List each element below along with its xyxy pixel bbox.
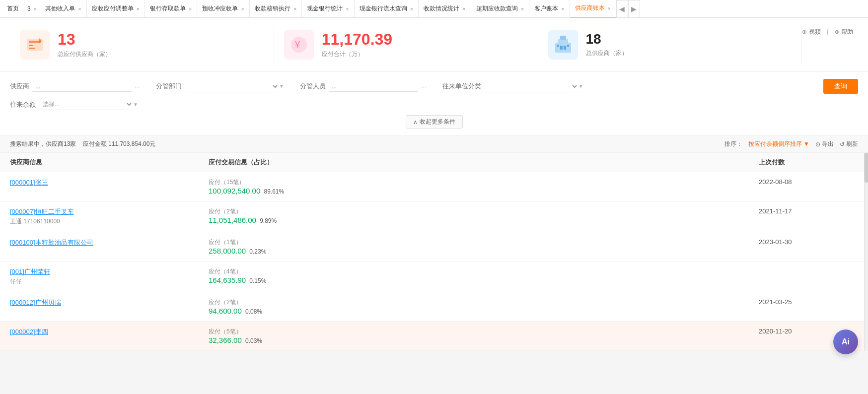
category-select[interactable]	[484, 81, 579, 92]
nav-tab-other-income[interactable]: 其他收入单 ×	[40, 0, 86, 18]
nav-tab-collect-exec[interactable]: 收款核销执行 ×	[250, 0, 302, 18]
close-icon[interactable]: ×	[346, 6, 349, 12]
refresh-button[interactable]: ↺ 刷新	[840, 140, 858, 148]
tx-amount-link-2[interactable]: 258,000.00	[209, 247, 246, 255]
nav-tab-home-label: 首页	[7, 4, 19, 13]
tx-label-4: 应付（2笔）	[209, 298, 759, 307]
close-icon[interactable]: ×	[462, 6, 465, 12]
summary-card-total-suppliers: 18 总供应商（家）	[538, 26, 802, 64]
export-button[interactable]: ⊙ 导出	[815, 140, 834, 148]
last-pay-date-1: 2021-11-17	[759, 207, 792, 215]
nav-tab-3[interactable]: 3 ×	[24, 0, 40, 18]
close-icon[interactable]: ×	[561, 6, 564, 12]
sort-label: 排序：	[724, 140, 742, 148]
nav-tab-collect-stat[interactable]: 收款情况统计 ×	[419, 0, 471, 18]
nav-tab-collect-stat-label: 收款情况统计	[424, 4, 459, 13]
data-table: 供应商信息 应付交易信息（占比） 上次付数 [000001]张三 应付（15笔）…	[0, 153, 868, 351]
collapse-icon: ∧	[413, 119, 418, 126]
nav-tab-cash-bank-stat[interactable]: 现金银行统计 ×	[302, 0, 354, 18]
category-chevron-icon: ▼	[579, 83, 583, 89]
nav-next-arrow[interactable]: ▶	[628, 0, 640, 18]
supplier-link-0[interactable]: [000001]张三	[10, 179, 48, 186]
supplier-sub-1: 王通 17106110000	[10, 217, 209, 226]
nav-tab-supplier-ledger[interactable]: 供应商账本 ×	[570, 0, 616, 18]
nav-tab-supplier-ledger-label: 供应商账本	[575, 4, 605, 12]
supplier-link-2[interactable]: [000100]本特勤油品有限公司	[10, 239, 93, 246]
tx-amount-link-1[interactable]: 11,051,486.00	[209, 216, 256, 224]
filter-category: 往来单位分类 ▼	[442, 81, 583, 92]
supplier-filter-label: 供应商	[10, 82, 29, 91]
close-icon[interactable]: ×	[521, 6, 524, 12]
scrollbar-thumb[interactable]	[865, 153, 868, 183]
supplier-link-3[interactable]: [001]广州荣轩	[10, 268, 50, 275]
header-supplier: 供应商信息	[10, 158, 209, 167]
nav-tab-adjust[interactable]: 应收应付调整单 ×	[87, 0, 145, 18]
collapse-button[interactable]: ∧ 收起更多条件	[406, 115, 463, 129]
row-lastpay-0: 2022-08-08	[759, 178, 858, 186]
nav-tab-cash-bank-flow-label: 现金银行流水查询	[360, 4, 407, 13]
nav-tab-overdue-query[interactable]: 超期应收款查询 ×	[471, 0, 529, 18]
table-header: 供应商信息 应付交易信息（占比） 上次付数	[0, 153, 868, 172]
person-filter-input[interactable]	[329, 81, 418, 92]
nav-tab-advance-collect-label: 预收冲应收单	[202, 4, 238, 13]
tx-amount-link-4[interactable]: 94,600.00	[209, 307, 242, 315]
sort-value[interactable]: 按应付余额倒序排序 ▼	[748, 140, 809, 148]
dept-select[interactable]	[185, 81, 279, 92]
ai-assistant-button[interactable]: Ai	[833, 329, 858, 351]
tx-amount-link-3[interactable]: 164,635.90	[209, 276, 246, 284]
payable-suppliers-count: 13	[58, 31, 111, 48]
close-icon[interactable]: ×	[34, 6, 37, 12]
nav-tab-advance-collect[interactable]: 预收冲应收单 ×	[197, 0, 249, 18]
query-button[interactable]: 查询	[823, 79, 858, 94]
video-link[interactable]: ⊙ 视频	[802, 28, 820, 36]
person-more-icon[interactable]: ···	[421, 83, 427, 90]
row-transaction-3: 应付（4笔） 164,635.90 0.15%	[209, 267, 759, 284]
close-icon[interactable]: ×	[241, 6, 244, 12]
supplier-link-5[interactable]: [000002]李四	[10, 328, 48, 335]
close-icon[interactable]: ×	[189, 6, 192, 12]
svg-rect-8	[560, 36, 566, 40]
balance-select[interactable]: 选择...	[39, 99, 133, 110]
svg-rect-11	[557, 45, 559, 47]
help-link[interactable]: ⊙ 帮助	[835, 28, 853, 36]
table-row: [000001]张三 应付（15笔） 100,092,540.00 89.61%…	[0, 172, 868, 201]
filter-area: 供应商 ··· 分管部门 ▼ 分管人员 ··· 往来单位分类	[0, 72, 868, 136]
close-icon[interactable]: ×	[410, 6, 413, 12]
supplier-link-1[interactable]: [000007]恒旺二手叉车	[10, 208, 74, 215]
close-icon[interactable]: ×	[78, 6, 81, 12]
nav-tab-overdue-query-label: 超期应收款查询	[476, 4, 518, 13]
nav-tab-bank-deposit[interactable]: 银行存取款单 ×	[145, 0, 197, 18]
filter-row-1: 供应商 ··· 分管部门 ▼ 分管人员 ··· 往来单位分类	[10, 79, 858, 94]
row-lastpay-1: 2021-11-17	[759, 207, 858, 215]
nav-tab-cash-bank-flow[interactable]: 现金银行流水查询 ×	[355, 0, 419, 18]
nav-prev-arrow[interactable]: ◀	[616, 0, 628, 18]
row-transaction-5: 应付（5笔） 32,366.00 0.03%	[209, 328, 759, 344]
nav-tab-customer-ledger[interactable]: 客户账本 ×	[529, 0, 570, 18]
refresh-icon: ↺	[840, 141, 845, 148]
supplier-link-4[interactable]: [000012]广州贝瑞	[10, 299, 61, 306]
result-bar: 搜索结果中，供应商13家 应付金额 111,703,854.00元 排序： 按应…	[0, 136, 868, 153]
result-amount-value: 111,703,854.00元	[108, 140, 155, 147]
nav-tab-customer-ledger-label: 客户账本	[534, 4, 558, 13]
result-summary-text: 搜索结果中，供应商13家 应付金额 111,703,854.00元	[10, 140, 155, 148]
balance-filter-label: 往来余额	[10, 100, 36, 109]
last-pay-date-5: 2020-11-20	[759, 328, 792, 335]
filter-balance: 往来余额 选择... ▼	[10, 99, 138, 110]
row-transaction-1: 应付（2笔） 11,051,486.00 9.89%	[209, 207, 759, 224]
tx-amount-link-5[interactable]: 32,366.00	[209, 336, 242, 344]
last-pay-date-0: 2022-08-08	[759, 178, 792, 186]
last-pay-date-2: 2023-01-30	[759, 238, 792, 246]
scrollbar-track[interactable]	[864, 153, 868, 351]
close-icon[interactable]: ×	[608, 5, 611, 11]
supplier-filter-input[interactable]	[32, 81, 132, 92]
payable-total-amount: 11,170.39	[322, 31, 392, 48]
close-icon[interactable]: ×	[137, 6, 140, 12]
summary-area: 13 总应付供应商（家） ¥ 11,170.39 应付合计（万）	[0, 18, 868, 72]
supplier-more-icon[interactable]: ···	[135, 83, 140, 90]
svg-text:¥: ¥	[294, 40, 300, 50]
dept-select-wrap: ▼	[185, 81, 284, 92]
payable-suppliers-label: 总应付供应商（家）	[58, 50, 111, 59]
nav-tab-home[interactable]: 首页	[2, 0, 24, 18]
close-icon[interactable]: ×	[293, 6, 296, 12]
tx-amount-link-0[interactable]: 100,092,540.00	[209, 187, 260, 195]
